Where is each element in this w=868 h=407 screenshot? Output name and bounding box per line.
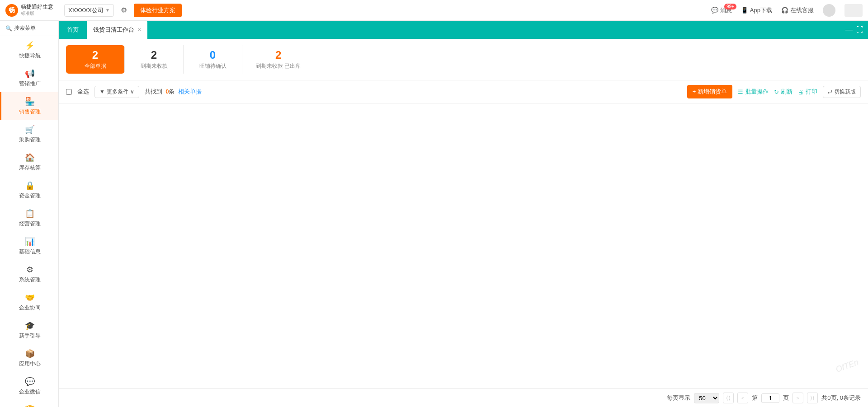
logo-icon: 畅 — [5, 4, 18, 17]
search-menu-button[interactable]: 🔍 搜索菜单 — [0, 21, 58, 36]
print-label: 打印 — [806, 88, 817, 96]
stat-card-wangpu[interactable]: 0 旺铺待确认 — [184, 45, 242, 74]
sidebar-item-label: 基础信息 — [19, 248, 41, 256]
inventory-icon: 🏠 — [25, 153, 35, 163]
message-button[interactable]: 💬 消息 99+ — [711, 6, 732, 14]
sidebar-item-inventory[interactable]: 🏠 库存核算 — [0, 148, 58, 176]
sidebar-item-label: 企业协同 — [19, 304, 41, 312]
toolbar: 全选 ▼ 更多条件 ∨ 共找到 0条 相关单据 + 新增销货单 — [59, 80, 868, 103]
sidebar: 🔍 搜索菜单 ⚡ 快捷导航 📢 营销推广 🏪 销售管理 🛒 采购管理 🏠 库存核… — [0, 21, 59, 407]
sales-icon: 🏪 — [25, 97, 35, 107]
company-name: XXXXXX公司 — [68, 6, 104, 14]
service-icon: 🎧 — [781, 7, 788, 14]
operations-icon: 📋 — [25, 209, 35, 219]
sidebar-item-app-center[interactable]: 📦 应用中心 — [0, 344, 58, 372]
sidebar-item-member[interactable]: 🏆 畅会员 — [0, 400, 58, 407]
prev-page-button[interactable]: ＜ — [737, 393, 748, 403]
sidebar-item-marketing[interactable]: 📢 营销推广 — [0, 64, 58, 92]
stat-num-wangpu: 0 — [210, 49, 216, 61]
window-minimize-icon[interactable]: — — [845, 26, 853, 34]
avatar[interactable] — [823, 4, 835, 17]
industry-button[interactable]: 体验行业方案 — [134, 4, 182, 17]
online-service-label: 在线客服 — [790, 6, 814, 14]
search-menu-label: 搜索菜单 — [14, 24, 36, 32]
stats-row: 2 全部单据 2 到期未收款 0 旺铺待确认 2 到期未收款 已出库 — [59, 39, 868, 80]
sidebar-item-quick-nav[interactable]: ⚡ 快捷导航 — [0, 36, 58, 64]
next-page-button[interactable]: ＞ — [793, 393, 803, 403]
window-restore-icon[interactable]: ⛶ — [856, 26, 863, 34]
page-number-input[interactable] — [761, 393, 779, 403]
enterprise-icon: 🤝 — [25, 293, 35, 303]
basic-info-icon: 📊 — [25, 237, 35, 247]
refresh-button[interactable]: ↻ 刷新 — [774, 88, 793, 96]
sidebar-item-finance[interactable]: 🔒 资金管理 — [0, 176, 58, 204]
per-page-label: 每页显示 — [667, 394, 690, 402]
select-all-checkbox[interactable] — [66, 89, 72, 95]
message-badge: 99+ — [724, 4, 736, 9]
filter-button[interactable]: ▼ 更多条件 ∨ — [94, 86, 139, 98]
chevron-down-icon: ∨ — [130, 89, 134, 95]
last-page-button[interactable]: ⟩⟩ — [807, 393, 818, 403]
user-name-area[interactable] — [844, 4, 863, 17]
refresh-icon: ↻ — [774, 89, 779, 95]
stat-card-overdue[interactable]: 2 到期未收款 — [125, 45, 184, 74]
switch-label: 切换新版 — [834, 88, 856, 96]
batch-icon: ☰ — [738, 89, 743, 95]
chevron-down-icon: ▼ — [105, 8, 110, 13]
sidebar-item-system[interactable]: ⚙ 系统管理 — [0, 260, 58, 288]
stat-label-overdue: 到期未收款 — [141, 62, 168, 70]
sidebar-item-label: 库存核算 — [19, 164, 41, 172]
stat-card-all[interactable]: 2 全部单据 — [66, 45, 125, 74]
tab-active-workbench[interactable]: 钱货日清工作台 × — [87, 21, 147, 39]
company-selector[interactable]: XXXXXX公司 ▼ — [64, 4, 114, 17]
switch-version-button[interactable]: ⇄ 切换新版 — [823, 86, 861, 98]
sidebar-item-operations[interactable]: 📋 经营管理 — [0, 204, 58, 232]
sidebar-item-guide[interactable]: 🎓 新手引导 — [0, 316, 58, 344]
finance-icon: 🔒 — [25, 181, 35, 191]
sidebar-item-label: 营销推广 — [19, 80, 41, 88]
table-area — [59, 103, 868, 388]
guide-icon: 🎓 — [25, 321, 35, 331]
per-page-select[interactable]: 50 20 100 — [694, 393, 719, 403]
filter-icon: ▼ — [99, 89, 105, 95]
sidebar-item-label: 应用中心 — [19, 360, 41, 368]
refresh-label: 刷新 — [781, 88, 793, 96]
first-page-button[interactable]: ⟨⟨ — [723, 393, 734, 403]
stat-num-shipped: 2 — [275, 49, 281, 61]
pagination-footer: 每页显示 50 20 100 ⟨⟨ ＜ 第 页 ＞ ⟩⟩ 共0页, 0条记录 — [59, 388, 868, 407]
stat-num-overdue: 2 — [151, 49, 157, 61]
app-download-button[interactable]: 📱 App下载 — [741, 6, 772, 14]
stat-label-shipped: 到期未收款 已出库 — [256, 62, 301, 70]
sidebar-item-purchase[interactable]: 🛒 采购管理 — [0, 120, 58, 148]
purchase-icon: 🛒 — [25, 125, 35, 135]
batch-operation-button[interactable]: ☰ 批量操作 — [738, 88, 769, 96]
marketing-icon: 📢 — [25, 69, 35, 79]
app-center-icon: 📦 — [25, 349, 35, 359]
sidebar-item-sales[interactable]: 🏪 销售管理 — [0, 92, 58, 120]
sidebar-item-basic-info[interactable]: 📊 基础信息 — [0, 232, 58, 260]
stat-card-shipped[interactable]: 2 到期未收款 已出库 — [242, 45, 314, 74]
sidebar-item-label: 资金管理 — [19, 192, 41, 200]
quick-nav-icon: ⚡ — [25, 41, 35, 51]
sidebar-item-label: 新手引导 — [19, 332, 41, 340]
download-icon: 📱 — [741, 7, 748, 14]
enterprise-wx-icon: 💬 — [25, 377, 35, 387]
app-download-label: App下载 — [750, 6, 772, 14]
member-icon: 🏆 — [25, 405, 35, 407]
settings-button[interactable]: ⚙ — [118, 4, 130, 17]
sidebar-item-label: 快捷导航 — [19, 52, 41, 60]
switch-icon: ⇄ — [828, 89, 832, 95]
logo-text: 畅捷通好生意 — [21, 4, 53, 11]
sidebar-item-enterprise[interactable]: 🤝 企业协同 — [0, 288, 58, 316]
tab-close-icon[interactable]: × — [138, 27, 141, 33]
online-service-button[interactable]: 🎧 在线客服 — [781, 6, 814, 14]
tab-home[interactable]: 首页 — [59, 21, 87, 39]
content-area: 首页 钱货日清工作台 × — ⛶ 2 全部单据 2 到期未收款 — [59, 21, 868, 407]
related-orders-link[interactable]: 相关单据 — [178, 88, 202, 95]
add-order-button[interactable]: + 新增销货单 — [687, 85, 732, 98]
sidebar-item-enterprise-wx[interactable]: 💬 企业微信 — [0, 372, 58, 400]
stat-label-wangpu: 旺铺待确认 — [199, 62, 226, 70]
print-button[interactable]: 🖨 打印 — [798, 88, 817, 96]
sidebar-item-label: 采购管理 — [19, 136, 41, 144]
filter-label: 更多条件 — [107, 88, 128, 96]
